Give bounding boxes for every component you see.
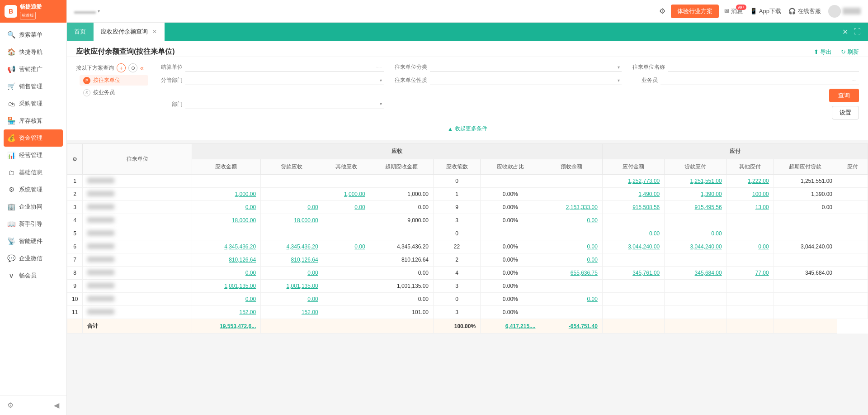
- logo-icon: B: [5, 5, 17, 18]
- tab-right-icons: ✕ ⛶: [835, 28, 868, 36]
- sidebar-item-member[interactable]: V 畅会员: [0, 267, 66, 284]
- tab-close-window-icon[interactable]: ✕: [842, 28, 848, 36]
- app-download-button[interactable]: 📱 App下载: [750, 7, 781, 15]
- dept-input[interactable]: ▾: [185, 100, 384, 109]
- collapse-icon: ▲: [448, 126, 453, 132]
- field-dept: 部门 ▾: [157, 89, 384, 119]
- col-ap-overdue: 超期应付贷款: [774, 159, 837, 175]
- partner-name-cell[interactable]: [83, 214, 192, 227]
- sidebar-item-sales[interactable]: 🛒 销售管理: [0, 78, 66, 95]
- online-service-button[interactable]: 🎧 在线客服: [788, 7, 821, 15]
- partner-name-cell[interactable]: [83, 201, 192, 214]
- table-row: 7 810,126.64810,126.64810,126.6420.00%0.…: [67, 253, 868, 267]
- col-ar-prepay: 预收余额: [540, 159, 602, 175]
- sidebar-item-guide[interactable]: 📖 新手引导: [0, 215, 66, 233]
- dept-manager-input[interactable]: ▾: [185, 76, 384, 85]
- filter-label: 按以下方案查询: [76, 64, 114, 72]
- settings-col-header[interactable]: ⚙: [67, 144, 83, 175]
- table-row: 2 1,000.001,000.001,000.0010.00%1,490.00…: [67, 188, 868, 201]
- partner-name-cell[interactable]: [83, 175, 192, 188]
- user-avatar[interactable]: [828, 5, 861, 18]
- partner-name-cell[interactable]: [83, 293, 192, 306]
- partner-nature-input[interactable]: ▾: [430, 76, 621, 85]
- settlement-unit-input[interactable]: ···: [185, 62, 384, 72]
- tab-home[interactable]: 首页: [67, 23, 94, 41]
- field-partner-category: 往来单位分类 ▾: [395, 62, 621, 72]
- filter-area: 按以下方案查询 + ⊙ « P 按往来单位 S 按业务员: [67, 57, 868, 140]
- col-ap-rest: 应付: [837, 159, 868, 175]
- partner-name-cell[interactable]: [83, 240, 192, 253]
- sidebar-item-basic[interactable]: 🗂 基础信息: [0, 164, 66, 181]
- partner-name-input[interactable]: [668, 62, 859, 72]
- logo-text: 畅捷通爱 标准版: [20, 3, 42, 19]
- sidebar-logo: B 畅捷通爱 标准版: [0, 0, 66, 23]
- table-row: 4 18,000.0018,000.009,000.0030.00%0.00: [67, 214, 868, 227]
- sidebar-item-corp[interactable]: 🏢 企业协同: [0, 198, 66, 215]
- promo-button[interactable]: 体验行业方案: [671, 5, 719, 18]
- sales-icon: 🛒: [7, 82, 15, 91]
- breadcrumb: ▬▬▬ ▾: [74, 7, 654, 15]
- ap-group-header: 应付: [602, 144, 868, 159]
- partner-col-header: 往来单位: [83, 144, 192, 175]
- marketing-icon: 📢: [7, 65, 15, 73]
- table-row: 11 152.00152.00101.0030.00%: [67, 306, 868, 319]
- scheme-by-salesperson[interactable]: S 按业务员: [80, 87, 148, 98]
- sidebar: B 畅捷通爱 标准版 🔍 搜索菜单 🏠 快捷导航 📢 营销推广 🛒 销售管理 🛍…: [0, 0, 67, 415]
- table-row: 6 4,345,436.204,345,436.200.004,345,436.…: [67, 240, 868, 253]
- col-ar-loan: 贷款应收: [261, 159, 323, 175]
- field-dept-manager: 分管部门 ▾: [157, 76, 384, 85]
- partner-category-input[interactable]: ▾: [430, 62, 621, 72]
- member-icon: V: [7, 272, 15, 279]
- filter-fields-panel: 结算单位 ··· 往来单位分类 ▾ 往来单位名称: [148, 62, 859, 123]
- sidebar-item-finance[interactable]: 💰 资金管理: [4, 129, 63, 147]
- field-partner-nature: 往来单位性质 ▾: [395, 76, 621, 85]
- header-settings-icon[interactable]: ⚙: [659, 7, 665, 15]
- sidebar-item-hardware[interactable]: 📡 智能硬件: [0, 233, 66, 250]
- collapse-button[interactable]: ▲ 收起更多条件: [76, 123, 859, 136]
- footer-ap-total[interactable]: -654,751.40: [540, 319, 602, 334]
- sidebar-item-operations[interactable]: 📊 经营管理: [0, 147, 66, 164]
- partner-name-cell[interactable]: [83, 227, 192, 240]
- sidebar-item-wechat[interactable]: 💬 企业微信: [0, 250, 66, 267]
- setting-button[interactable]: 设置: [832, 106, 859, 119]
- query-button[interactable]: 查询: [829, 89, 859, 102]
- partner-name-cell[interactable]: [83, 280, 192, 293]
- footer-ar-prepay[interactable]: 6,417,215....: [481, 319, 540, 334]
- page-header: 应收应付余额查询(按往来单位) ⬆ 导出 ↻ 刷新: [67, 41, 868, 57]
- partner-name-cell[interactable]: [83, 267, 192, 280]
- refresh-button[interactable]: ↻ 刷新: [841, 48, 859, 56]
- export-icon: ⬆: [814, 48, 819, 55]
- sidebar-item-quick-nav[interactable]: 🏠 快捷导航: [0, 43, 66, 61]
- tab-close-icon[interactable]: ✕: [152, 29, 157, 35]
- page-title: 应收应付余额查询(按往来单位): [76, 47, 175, 57]
- table-footer-row: 合计 19,553,472,6... 100.00% 6,417,215....…: [67, 319, 868, 334]
- scheme-by-partner[interactable]: P 按往来单位: [80, 75, 148, 86]
- filter-add-button[interactable]: +: [117, 63, 126, 72]
- footer-collapse-icon[interactable]: ◀: [54, 401, 59, 410]
- footer-ar-total[interactable]: 19,553,472,6...: [192, 319, 260, 334]
- tab-maximize-icon[interactable]: ⛶: [854, 28, 861, 36]
- partner-name-cell[interactable]: [83, 253, 192, 267]
- export-button[interactable]: ⬆ 导出: [814, 48, 832, 56]
- salesperson-input[interactable]: ···: [660, 76, 859, 85]
- sidebar-item-purchase[interactable]: 🛍 采购管理: [0, 95, 66, 112]
- filter-settings-button[interactable]: ⊙: [128, 63, 137, 72]
- main-content: 应收应付余额查询(按往来单位) ⬆ 导出 ↻ 刷新 按以下方案查询 + ⊙ «: [67, 41, 868, 415]
- partner-name-cell[interactable]: [83, 188, 192, 201]
- footer-settings-icon[interactable]: ⚙: [7, 401, 14, 410]
- tab-ar-ap[interactable]: 应收应付余额查询 ✕: [94, 23, 165, 41]
- sidebar-item-system[interactable]: ⚙ 系统管理: [0, 181, 66, 198]
- sidebar-item-inventory[interactable]: 🏪 库存核算: [0, 112, 66, 129]
- message-button[interactable]: ✉ 消息 99+: [724, 7, 743, 15]
- filter-scheme-panel: 按以下方案查询 + ⊙ « P 按往来单位 S 按业务员: [76, 62, 148, 98]
- col-ap-amt: 应付金额: [602, 159, 664, 175]
- col-ar-count: 应收笔数: [434, 159, 481, 175]
- purchase-icon: 🛍: [7, 100, 15, 108]
- filter-expand-button[interactable]: «: [140, 64, 144, 72]
- partner-name-cell[interactable]: [83, 306, 192, 319]
- quick-nav-icon: 🏠: [7, 48, 15, 56]
- service-icon: 🎧: [788, 8, 796, 14]
- footer-label: 合计: [83, 319, 192, 334]
- sidebar-item-marketing[interactable]: 📢 营销推广: [0, 61, 66, 78]
- sidebar-item-search-menu[interactable]: 🔍 搜索菜单: [0, 26, 66, 43]
